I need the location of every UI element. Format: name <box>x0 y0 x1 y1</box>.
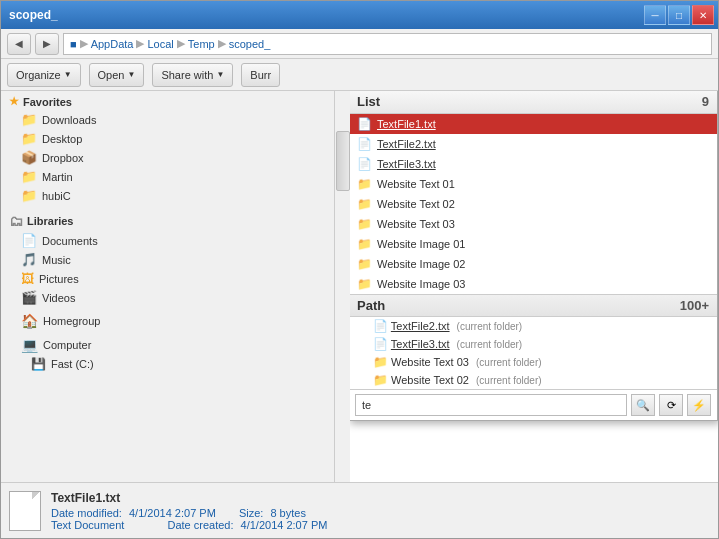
favorites-section: ★ Favorites 📁 Downloads 📁 Desktop 📦 Drop… <box>1 91 334 205</box>
share-button[interactable]: Share with ▼ <box>152 63 233 87</box>
share-arrow: ▼ <box>216 70 224 79</box>
folder-icon: 📁 <box>357 277 371 291</box>
libraries-label: 🗂 Libraries <box>1 209 334 231</box>
dropdown-path-item-3[interactable]: 📁 Website Text 03 (current folder) <box>350 353 718 371</box>
sidebar-item-dropbox[interactable]: 📦 Dropbox <box>1 148 334 167</box>
dropdown-item-textfile3[interactable]: 📄 TextFile3.txt <box>350 154 718 174</box>
close-button[interactable]: ✕ <box>692 5 714 25</box>
folder-icon: 🎵 <box>21 252 37 267</box>
dropdown-path-item-4[interactable]: 📁 Website Text 02 (current folder) <box>350 371 718 389</box>
dropdown-item-website-text-02[interactable]: 📁 Website Text 02 <box>350 194 718 214</box>
dropdown-search-bar: 🔍 ⟳ ⚡ <box>350 389 718 420</box>
open-button[interactable]: Open ▼ <box>89 63 145 87</box>
computer-section: 💻 Computer 💾 Fast (C:) <box>1 335 334 373</box>
status-filename: TextFile1.txt <box>51 491 327 505</box>
window-title: scoped_ <box>9 8 58 22</box>
dropdown-item-website-image-01[interactable]: 📁 Website Image 01 <box>350 234 718 254</box>
sidebar-item-documents[interactable]: 📄 Documents <box>1 231 334 250</box>
folder-icon: 📁 <box>373 373 388 387</box>
dropdown-item-website-text-03[interactable]: 📁 Website Text 03 <box>350 214 718 234</box>
dropdown-path-header: Path 100+ <box>350 294 718 317</box>
open-arrow: ▼ <box>127 70 135 79</box>
status-file-icon <box>9 491 41 531</box>
sidebar-item-videos[interactable]: 🎬 Videos <box>1 288 334 307</box>
folder-icon: 📁 <box>21 112 37 127</box>
folder-icon: 📁 <box>357 197 371 211</box>
folder-icon: 🎬 <box>21 290 37 305</box>
folder-icon: 🖼 <box>21 271 34 286</box>
folder-icon: 📁 <box>21 169 37 184</box>
doc-icon: 📄 <box>357 137 371 151</box>
search-refresh-button[interactable]: ⟳ <box>659 394 683 416</box>
folder-icon: 📁 <box>357 177 371 191</box>
dropdown-item-website-image-03[interactable]: 📁 Website Image 03 <box>350 274 718 294</box>
dropdown-item-website-image-02[interactable]: 📁 Website Image 02 <box>350 254 718 274</box>
folder-icon: 📁 <box>357 217 371 231</box>
dropdown-path-item-2[interactable]: 📄 TextFile3.txt (current folder) <box>350 335 718 353</box>
folder-icon: 📁 <box>373 355 388 369</box>
status-info: TextFile1.txt Date modified: 4/1/2014 2:… <box>51 491 327 531</box>
sidebar-item-computer[interactable]: 💻 Computer <box>1 335 334 355</box>
folder-icon: 📁 <box>21 131 37 146</box>
minimize-button[interactable]: ─ <box>644 5 666 25</box>
search-dropdown: List 9 📄 TextFile1.txt 📄 TextFile2.txt 📄… <box>350 91 719 421</box>
sidebar-scrollbar[interactable] <box>334 91 350 482</box>
status-meta-line2: Text Document Date created: 4/1/2014 2:0… <box>51 519 327 531</box>
doc-icon: 📄 <box>357 117 371 131</box>
status-bar: TextFile1.txt Date modified: 4/1/2014 2:… <box>1 482 718 538</box>
file-area: Website Image 01 ≡ Website Text 02 <box>350 91 719 482</box>
status-meta-line1: Date modified: 4/1/2014 2:07 PM Size: 8 … <box>51 507 327 519</box>
dropdown-item-website-text-01[interactable]: 📁 Website Text 01 <box>350 174 718 194</box>
libraries-section: 🗂 Libraries 📄 Documents 🎵 Music 🖼 Pictur… <box>1 209 334 307</box>
sidebar-item-hubic[interactable]: 📁 hubiC <box>1 186 334 205</box>
forward-button[interactable]: ▶ <box>35 33 59 55</box>
doc-icon: 📄 <box>373 319 388 333</box>
library-icon: 🗂 <box>9 213 23 229</box>
toolbar: Organize ▼ Open ▼ Share with ▼ Burr <box>1 59 718 91</box>
main-content: ★ Favorites 📁 Downloads 📁 Desktop 📦 Drop… <box>1 91 718 482</box>
sidebar-item-drive-c[interactable]: 💾 Fast (C:) <box>1 355 334 373</box>
folder-icon: 📁 <box>357 257 371 271</box>
title-bar: scoped_ ─ □ ✕ <box>1 1 718 29</box>
homegroup-icon: 🏠 <box>21 313 38 329</box>
window-controls: ─ □ ✕ <box>644 5 714 25</box>
star-icon: ★ <box>9 95 19 108</box>
burn-button[interactable]: Burr <box>241 63 280 87</box>
folder-icon: 📄 <box>21 233 37 248</box>
sidebar-container: ★ Favorites 📁 Downloads 📁 Desktop 📦 Drop… <box>1 91 350 482</box>
drive-icon: 💾 <box>31 357 46 371</box>
sidebar-item-music[interactable]: 🎵 Music <box>1 250 334 269</box>
maximize-button[interactable]: □ <box>668 5 690 25</box>
search-action-button[interactable]: ⚡ <box>687 394 711 416</box>
doc-icon: 📄 <box>357 157 371 171</box>
path-scoped: scoped_ <box>229 38 271 50</box>
path-temp: Temp <box>188 38 215 50</box>
organize-button[interactable]: Organize ▼ <box>7 63 81 87</box>
sidebar-item-downloads[interactable]: 📁 Downloads <box>1 110 334 129</box>
path-part-1: ■ <box>70 38 77 50</box>
sidebar-item-pictures[interactable]: 🖼 Pictures <box>1 269 334 288</box>
folder-icon: 📁 <box>357 237 371 251</box>
doc-icon: 📄 <box>373 337 388 351</box>
sidebar-item-martin[interactable]: 📁 Martin <box>1 167 334 186</box>
back-button[interactable]: ◀ <box>7 33 31 55</box>
path-local: Local <box>147 38 173 50</box>
dropdown-item-textfile1[interactable]: 📄 TextFile1.txt <box>350 114 718 134</box>
folder-icon: 📁 <box>21 188 37 203</box>
dropdown-item-textfile2[interactable]: 📄 TextFile2.txt <box>350 134 718 154</box>
favorites-label: ★ Favorites <box>1 91 334 110</box>
dropbox-icon: 📦 <box>21 150 37 165</box>
path-appdata: AppData <box>91 38 134 50</box>
dropdown-path-item-1[interactable]: 📄 TextFile2.txt (current folder) <box>350 317 718 335</box>
status-file-corner <box>32 492 40 500</box>
address-path[interactable]: ■ ▶ AppData ▶ Local ▶ Temp ▶ scoped_ <box>63 33 712 55</box>
sidebar-item-desktop[interactable]: 📁 Desktop <box>1 129 334 148</box>
address-bar: ◀ ▶ ■ ▶ AppData ▶ Local ▶ Temp ▶ scoped_ <box>1 29 718 59</box>
dropdown-list-header: List 9 <box>350 91 718 114</box>
scrollbar-thumb[interactable] <box>336 131 350 191</box>
organize-arrow: ▼ <box>64 70 72 79</box>
sidebar: ★ Favorites 📁 Downloads 📁 Desktop 📦 Drop… <box>1 91 334 482</box>
search-input[interactable] <box>355 394 627 416</box>
sidebar-item-homegroup[interactable]: 🏠 Homegroup <box>1 311 334 331</box>
search-history-button[interactable]: 🔍 <box>631 394 655 416</box>
